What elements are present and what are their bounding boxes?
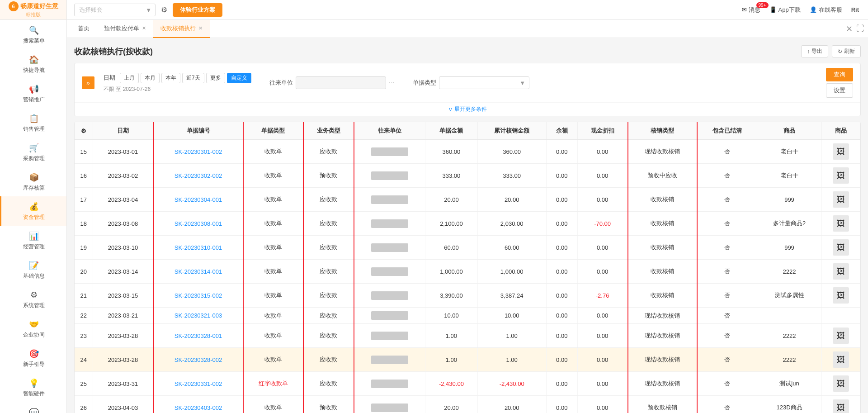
cell-cash-discount: 0.00 bbox=[577, 188, 627, 212]
cell-order-no[interactable]: SK-20230308-001 bbox=[154, 212, 243, 236]
col-amount: 单据金额 bbox=[425, 122, 477, 140]
cell-order-no[interactable]: SK-20230315-002 bbox=[154, 284, 243, 308]
export-btn[interactable]: ↑ 导出 bbox=[801, 45, 828, 57]
sidebar-item-sales[interactable]: 📋 销售管理 bbox=[0, 108, 66, 138]
cell-cash-discount: 0.00 bbox=[577, 236, 627, 260]
refresh-btn[interactable]: ↻ 刷新 bbox=[832, 45, 861, 57]
table-row[interactable]: 192023-03-10SK-20230310-001收款单应收款partner… bbox=[75, 236, 860, 260]
tab-prepayment[interactable]: 预付款应付单 ✕ bbox=[97, 20, 153, 38]
sidebar-item-wechat[interactable]: 💬 企业微信 bbox=[0, 402, 66, 413]
table-row[interactable]: 162023-03-02SK-20230302-002收款单预收款partner… bbox=[75, 164, 860, 188]
custom-date-btn[interactable]: 自定义 bbox=[227, 73, 251, 83]
cell-order-no[interactable]: SK-20230331-002 bbox=[154, 372, 243, 396]
cell-cum-verify: 2,030.00 bbox=[477, 212, 546, 236]
this-year-btn[interactable]: 本年 bbox=[161, 73, 180, 83]
message-btn[interactable]: ✉ 消息 99+ bbox=[742, 6, 760, 14]
table-row[interactable]: 242023-03-28SK-20230328-002收款单应收款partner… bbox=[75, 348, 860, 372]
table-row[interactable]: 262023-04-03SK-20230403-002收款单预收款partner… bbox=[75, 396, 860, 413]
online-service-btn[interactable]: 👤在线客服 bbox=[810, 6, 842, 14]
cell-include-settled: 否 bbox=[697, 324, 757, 348]
collab-icon: 🤝 bbox=[29, 319, 39, 329]
cell-order-no[interactable]: SK-20230321-003 bbox=[154, 308, 243, 324]
voucher-type-select[interactable]: ▼ bbox=[439, 76, 529, 89]
cell-partner: partner bbox=[354, 348, 425, 372]
cell-balance: 0.00 bbox=[546, 140, 577, 164]
table-row[interactable]: 212023-03-15SK-20230315-002收款单应收款partner… bbox=[75, 284, 860, 308]
sidebar-label: 系统管理 bbox=[23, 302, 45, 309]
sidebar-item-finance[interactable]: 💰 资金管理 bbox=[0, 196, 66, 226]
table-row[interactable]: 222023-03-21SK-20230321-003收款单应收款partner… bbox=[75, 308, 860, 324]
sidebar-label: 快捷导航 bbox=[23, 66, 45, 74]
col-settings[interactable]: ⚙ bbox=[75, 122, 93, 140]
cell-date: 2023-03-10 bbox=[93, 236, 154, 260]
table-row[interactable]: 232023-03-28SK-20230328-001收款单应收款partner… bbox=[75, 324, 860, 348]
cell-order-no[interactable]: SK-20230328-001 bbox=[154, 324, 243, 348]
sidebar-item-purchase[interactable]: 🛒 采购管理 bbox=[0, 138, 66, 167]
tab-collection[interactable]: 收款核销执行 ✕ bbox=[153, 20, 210, 38]
table-row[interactable]: 252023-03-31SK-20230331-002红字收款单应收款partn… bbox=[75, 372, 860, 396]
cell-goods-img: 🖼 bbox=[822, 260, 860, 284]
table-row[interactable]: 202023-03-14SK-20230314-001收款单应收款partner… bbox=[75, 260, 860, 284]
tab-home[interactable]: 首页 bbox=[71, 20, 97, 38]
sidebar-item-inventory[interactable]: 📦 库存核算 bbox=[0, 167, 66, 196]
cell-include-settled: 否 bbox=[697, 236, 757, 260]
cell-amount: 20.00 bbox=[425, 396, 477, 413]
table-row[interactable]: 152023-03-01SK-20230301-002收款单应收款partner… bbox=[75, 140, 860, 164]
sidebar-item-search[interactable]: 🔍 搜索菜单 bbox=[0, 20, 66, 49]
sidebar-item-guide[interactable]: 🎯 新手引导 bbox=[0, 343, 66, 373]
table-row[interactable]: 182023-03-08SK-20230308-001收款单应收款partner… bbox=[75, 212, 860, 236]
cell-goods-img bbox=[822, 308, 860, 324]
cell-order-no[interactable]: SK-20230403-002 bbox=[154, 396, 243, 413]
last7days-btn[interactable]: 近7天 bbox=[182, 73, 204, 83]
col-biz-type: 业务类型 bbox=[303, 122, 354, 140]
cell-order-no[interactable]: SK-20230328-002 bbox=[154, 348, 243, 372]
sidebar-item-marketing[interactable]: 📢 营销推广 bbox=[0, 79, 66, 108]
col-order-no: 单据编号 bbox=[154, 122, 243, 140]
cell-voucher-type: 收款单 bbox=[243, 284, 303, 308]
tab-collection-close[interactable]: ✕ bbox=[198, 25, 203, 31]
query-btn[interactable]: 查询 bbox=[826, 68, 853, 81]
tab-prepayment-close[interactable]: ✕ bbox=[142, 25, 146, 31]
col-include-settled: 包含已结清 bbox=[697, 122, 757, 140]
sidebar-label: 智能硬件 bbox=[23, 390, 45, 398]
tab-collection-label: 收款核销执行 bbox=[160, 24, 196, 33]
filter-settings-btn[interactable]: 设置 bbox=[826, 83, 853, 98]
cell-date: 2023-03-14 bbox=[93, 260, 154, 284]
sidebar-item-collab[interactable]: 🤝 企业协同 bbox=[0, 314, 66, 343]
sidebar-label: 经营管理 bbox=[23, 243, 45, 251]
app-download-btn[interactable]: 📱App下载 bbox=[769, 6, 801, 14]
sidebar-item-basic[interactable]: 📝 基础信息 bbox=[0, 255, 66, 285]
cell-cum-verify: 1.00 bbox=[477, 348, 546, 372]
account-selector[interactable]: 选择账套 ▼ bbox=[74, 4, 156, 16]
cell-verify-type: 收款核销 bbox=[628, 188, 698, 212]
cell-order-no[interactable]: SK-20230310-001 bbox=[154, 236, 243, 260]
cell-amount: 2,100.00 bbox=[425, 212, 477, 236]
cell-goods-img: 🖼 bbox=[822, 348, 860, 372]
cell-biz-type: 应收款 bbox=[303, 348, 354, 372]
sidebar-item-hardware[interactable]: 💡 智能硬件 bbox=[0, 373, 66, 402]
sidebar-item-system[interactable]: ⚙ 系统管理 bbox=[0, 285, 66, 314]
filter-collapse-btn[interactable]: » bbox=[82, 76, 94, 89]
tab-expand[interactable]: ⛶ bbox=[856, 24, 864, 33]
this-month-btn[interactable]: 本月 bbox=[141, 73, 160, 83]
sidebar-label: 新手引导 bbox=[23, 361, 45, 368]
cell-order-no[interactable]: SK-20230304-001 bbox=[154, 188, 243, 212]
partner-input[interactable] bbox=[296, 76, 386, 89]
expand-filter-btn[interactable]: ∨ 展开更多条件 bbox=[448, 105, 487, 113]
top-settings-btn[interactable]: ⚙ bbox=[161, 5, 167, 14]
cell-goods-img: 🖼 bbox=[822, 284, 860, 308]
table-row[interactable]: 172023-03-04SK-20230304-001收款单应收款partner… bbox=[75, 188, 860, 212]
cell-order-no[interactable]: SK-20230302-002 bbox=[154, 164, 243, 188]
cell-order-no[interactable]: SK-20230301-002 bbox=[154, 140, 243, 164]
cell-order-no[interactable]: SK-20230314-001 bbox=[154, 260, 243, 284]
last-month-btn[interactable]: 上月 bbox=[120, 73, 139, 83]
tab-close-all[interactable]: ✕ bbox=[846, 24, 853, 34]
sidebar-item-quick-nav[interactable]: 🏠 快捷导航 bbox=[0, 49, 66, 79]
more-date-btn[interactable]: 更多 bbox=[206, 73, 225, 83]
user-name[interactable]: Rit bbox=[851, 6, 859, 13]
cell-date: 2023-03-04 bbox=[93, 188, 154, 212]
guide-icon: 🎯 bbox=[29, 349, 39, 359]
industry-btn[interactable]: 体验行业方案 bbox=[173, 3, 222, 17]
cell-goods-img: 🖼 bbox=[822, 188, 860, 212]
sidebar-item-operation[interactable]: 📊 经营管理 bbox=[0, 226, 66, 255]
